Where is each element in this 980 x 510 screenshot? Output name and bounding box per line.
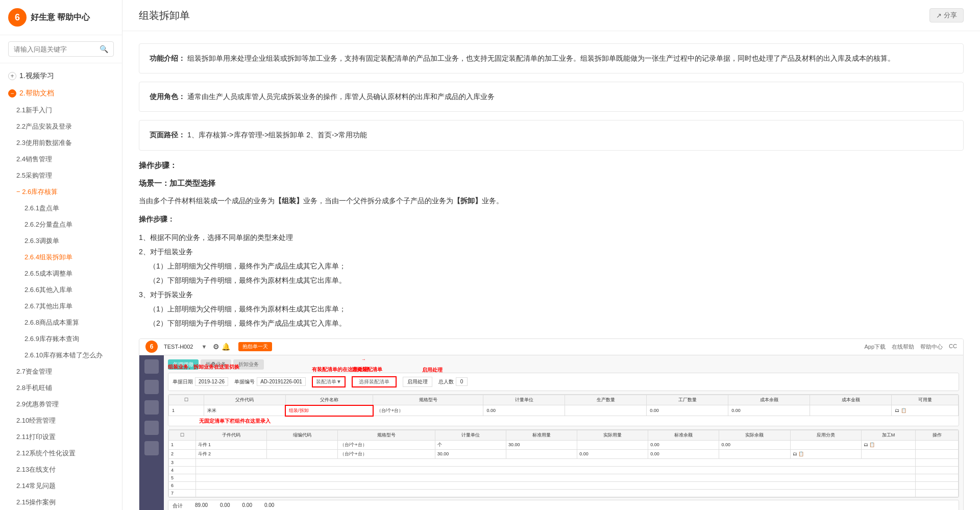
sidebar-item-2-8[interactable]: 2.8手机旺铺 (16, 380, 122, 396)
table-row: 6 (169, 481, 959, 489)
sidebar-item-2-6-9[interactable]: 2.6.9库存账本查询 (24, 331, 122, 347)
sidebar-item-2-6[interactable]: − 2.6库存核算 (16, 184, 122, 200)
sidebar-item-2-2[interactable]: 2.2产品安装及登录 (16, 118, 122, 135)
mock-btn[interactable]: 抱怨单一天 (238, 342, 272, 351)
sidebar-item-2-3[interactable]: 2.3使用前数据准备 (16, 135, 122, 151)
sidebar-item-docs-label: 2.帮助文档 (19, 89, 54, 98)
sidebar-item-2-13[interactable]: 2.13在线支付 (16, 462, 122, 478)
mock-bom-select[interactable]: 选择装配清单 (352, 376, 397, 387)
annotation-type-label: 组装业务、拆卸业务在这里切换 (168, 363, 239, 371)
step-3-sub: （1）上部明细为父件明细，最终作为原材料生成其它出库单； （2）下部明细为子件明… (139, 302, 964, 330)
footer-val1: 89.00 (195, 502, 208, 509)
role-section: 使用角色： 通常由生产人员或库管人员完成拆装业务的操作，库管人员确认原材料的出库… (139, 82, 964, 112)
search-icon[interactable]: 🔍 (100, 45, 108, 53)
sidebar-item-2-5[interactable]: 2.5采购管理 (16, 167, 122, 184)
sidebar-item-2-15[interactable]: 2.15操作案例 (16, 494, 122, 510)
mock-tabs-row: 年增增撤 折叠业务 折卸业务 (168, 359, 959, 370)
mock-sidebar-icon-4 (144, 421, 159, 435)
sidebar-item-2-6-4[interactable]: 2.6.4组装拆卸单 (24, 249, 122, 265)
role-text: 通常由生产人员或库管人员完成拆装业务的操作，库管人员确认原材料的出库和产成品的入… (187, 92, 495, 101)
mock-top-bar: 6 TEST-H002 ▼ ⚙ 🔔 抱怨单一天 App下载 在线帮助 帮助中心 … (139, 339, 963, 355)
footer-label: 合计 (173, 502, 183, 509)
sidebar-item-2-1[interactable]: 2.1新手入门 (16, 102, 122, 118)
intro-label: 功能介绍： (150, 54, 185, 62)
mock-icons: ⚙ 🔔 (213, 343, 230, 351)
annotation-sub-label: 无固定清单下栏组件在这里录入 (168, 417, 959, 426)
date-value[interactable]: 2019-12-26 (195, 377, 228, 386)
sidebar-item-2-12[interactable]: 2.12系统个性化设置 (16, 445, 122, 462)
table-row: 5 (169, 474, 959, 481)
table-row: 3 (169, 458, 959, 466)
th-cost-amt: 成本金额 (810, 395, 892, 405)
sidebar: 6 好生意 帮助中心 🔍 + 1.视频学习 − 2.帮助文档 2.1新手入门 2… (0, 0, 122, 510)
step-3-2: （2）下部明细为子件明细，最终作为产成品生成其它入库单。 (149, 316, 964, 330)
mock-upper-table: ☐ 父件代码 父件名称 规格型号 计量单位 生产数量 工厂数量 成本余额 成本金 (168, 394, 959, 426)
mock-date-field: 单据日期 2019-12-26 (173, 377, 228, 386)
share-button[interactable]: ↗ 分享 (929, 8, 964, 22)
mock-footer: 合计 89.00 0.00 0.00 0.00 (168, 500, 959, 510)
annotation-select-label: 选择装配清单 (352, 366, 382, 373)
sidebar-item-2-4[interactable]: 2.4销售管理 (16, 151, 122, 167)
sidebar-item-2-6-6[interactable]: 2.6.6其他入库单 (24, 282, 122, 298)
parent-table: ☐ 父件代码 父件名称 规格型号 计量单位 生产数量 工厂数量 成本余额 成本金 (168, 395, 959, 417)
footer-val3: 0.00 (242, 502, 252, 509)
step-2-2: （2）下部明细为子件明细，最终作为原材料生成其它出库单。 (149, 273, 964, 287)
label-2-3: 2.3使用前数据准备 (16, 139, 72, 147)
path-text: 1、库存核算->库存管理->组装拆卸单 2、首页->常用功能 (187, 131, 367, 139)
th-cost-balance: 成本余额 (728, 395, 810, 405)
mock-main-area: 年增增撤 折叠业务 折卸业务 组装业务、拆卸业务在这里切换 (164, 355, 963, 510)
search-input[interactable] (14, 45, 100, 53)
mock-sidebar-icon-3 (144, 400, 159, 415)
table-row: 1 米米 组装/拆卸 （台/个+台） 0.00 0.00 (169, 405, 959, 416)
th-checkbox: ☐ (169, 395, 204, 405)
table-row: 7 (169, 489, 959, 497)
main-content: 组装拆卸单 ↗ 分享 功能介绍： 组装拆卸单用来处理企业组装或拆卸等加工业务，支… (122, 0, 980, 510)
mock-enable-btn[interactable]: 启用处理 (403, 377, 432, 387)
mock-sidebar-icon-1 (144, 359, 159, 374)
label-2-6: 2.6库存核算 (22, 188, 58, 196)
mock-sidebar (139, 355, 164, 510)
label-2-2: 2.2产品安装及登录 (16, 123, 72, 130)
sidebar-item-2-10[interactable]: 2.10经营管理 (16, 412, 122, 429)
num-value[interactable]: AD-20191226-001 (257, 377, 306, 386)
mock-form-fields: 单据日期 2019-12-26 单据编号 AD-20191226-001 装配清… (168, 373, 959, 391)
sidebar-item-video[interactable]: + 1.视频学习 (0, 67, 122, 85)
share-label: 分享 (944, 11, 957, 20)
label-2-5: 2.5采购管理 (16, 172, 52, 179)
sidebar-item-2-11[interactable]: 2.11打印设置 (16, 429, 122, 445)
logo-area: 6 好生意 帮助中心 (0, 0, 122, 35)
sidebar-item-2-6-2[interactable]: 2.6.2分量盘点单 (24, 216, 122, 233)
sidebar-item-2-6-8[interactable]: 2.6.8商品成本重算 (24, 314, 122, 331)
child-table-header: ☐ 子件代码 缩编代码 规格型号 计量单位 标准用量 实际用量 标准余额 实际余 (169, 430, 959, 440)
th-qty: 生产数量 (565, 395, 647, 405)
sidebar-item-2-6-7[interactable]: 2.6.7其他出库单 (24, 298, 122, 314)
path-section: 页面路径： 1、库存核算->库存管理->组装拆卸单 2、首页->常用功能 (139, 120, 964, 150)
step-2: 2、对于组装业务 (139, 245, 964, 259)
scenario1-title: 场景一：加工类型选择 (139, 179, 964, 188)
sidebar-item-2-6-10[interactable]: 2.6.10库存账本错了怎么办 (24, 347, 122, 363)
parent-table-body: 1 米米 组装/拆卸 （台/个+台） 0.00 0.00 (169, 405, 959, 416)
num-count-value[interactable]: 0 (456, 377, 468, 386)
intro-section: 功能介绍： 组装拆卸单用来处理企业组装或拆卸等加工业务，支持有固定装配清单的产品… (139, 43, 964, 74)
mock-logo: 6 (145, 341, 158, 353)
submenu-2-6: 2.6.1盘点单 2.6.2分量盘点单 2.6.3调拨单 2.6.4组装拆卸单 … (16, 200, 122, 363)
th-factory-qty: 工厂数量 (647, 395, 728, 405)
content-area: 功能介绍： 组装拆卸单用来处理企业组装或拆卸等加工业务，支持有固定装配清单的产品… (122, 31, 980, 510)
page-header: 组装拆卸单 ↗ 分享 (122, 0, 980, 31)
step-3-1: （1）上部明细为父件明细，最终作为原材料生成其它出库单； (149, 302, 964, 316)
sidebar-item-2-6-3[interactable]: 2.6.3调拨单 (24, 233, 122, 249)
sidebar-item-2-14[interactable]: 2.14常见问题 (16, 478, 122, 494)
mock-num-field: 单据编号 AD-20191226-001 (234, 377, 306, 386)
th-parent-name: 父件名称 (285, 395, 373, 405)
sidebar-item-2-6-1[interactable]: 2.6.1盘点单 (24, 200, 122, 216)
sidebar-item-2-7[interactable]: 2.7资金管理 (16, 363, 122, 380)
sidebar-item-2-6-5[interactable]: 2.6.5成本调整单 (24, 265, 122, 282)
mock-bom-dropdown[interactable]: 装配清单▼ (312, 376, 346, 387)
mock-test-code: TEST-H002 (164, 344, 193, 350)
search-box[interactable]: 🔍 (8, 41, 114, 57)
label-2-1: 2.1新手入门 (16, 106, 52, 114)
sidebar-item-docs[interactable]: − 2.帮助文档 (0, 85, 122, 102)
table-row: 2 斗件 2 （台/个+台） 30.00 0.00 0.00 (169, 449, 959, 458)
th-unit: 计量单位 (483, 395, 565, 405)
sidebar-item-2-9[interactable]: 2.9优惠券管理 (16, 396, 122, 412)
